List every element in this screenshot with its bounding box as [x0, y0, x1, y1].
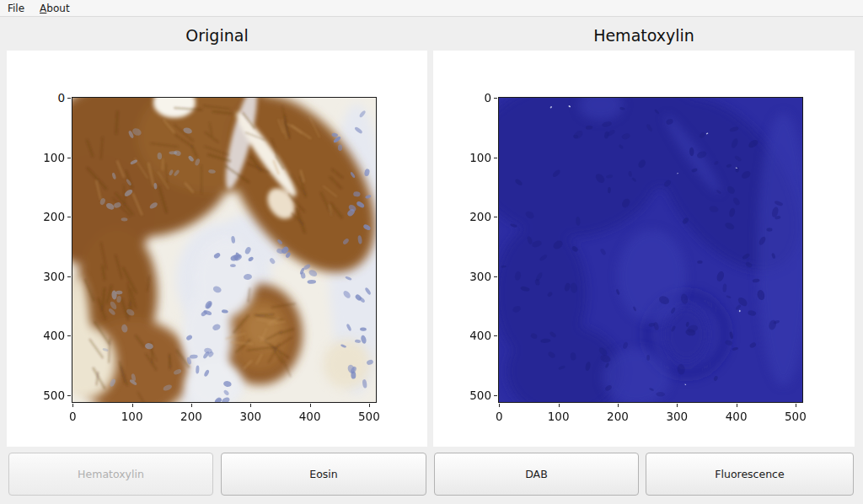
figure-canvas-original: 01002003004005000100200300400500	[7, 51, 427, 447]
y-tick	[67, 98, 71, 99]
y-tick: 100	[43, 151, 65, 164]
y-tick	[67, 395, 71, 396]
menu-file[interactable]: File	[0, 1, 32, 16]
y-tick	[494, 98, 497, 99]
y-tick	[494, 276, 497, 277]
hematoxylin-channel-image	[499, 98, 802, 402]
x-tick: 200	[180, 410, 202, 423]
y-tick: 400	[43, 329, 65, 342]
y-tick: 100	[469, 151, 491, 164]
y-tick: 300	[469, 270, 491, 283]
x-tick: 500	[358, 410, 380, 423]
y-tick	[494, 158, 497, 158]
y-tick	[494, 335, 497, 336]
dab-button[interactable]: DAB	[434, 453, 639, 496]
plot-original: 01002003004005000100200300400500	[72, 97, 377, 403]
y-tick: 300	[43, 270, 65, 283]
menu-about[interactable]: About	[32, 1, 78, 16]
menu-bar: File About	[0, 0, 863, 17]
x-tick: 100	[121, 410, 143, 423]
x-tick: 400	[726, 410, 748, 423]
x-tick: 100	[548, 410, 570, 423]
eosin-button[interactable]: Eosin	[221, 453, 426, 496]
x-tick: 500	[785, 410, 807, 423]
hematoxylin-button[interactable]: Hematoxylin	[8, 453, 213, 496]
panel-title-hematoxylin: Hematoxylin	[433, 24, 855, 46]
x-tick	[618, 404, 619, 407]
x-tick	[369, 404, 370, 407]
x-tick	[796, 404, 796, 407]
x-tick: 0	[69, 410, 77, 423]
x-tick: 400	[299, 410, 321, 423]
y-tick: 0	[484, 91, 491, 105]
app-window: File About Original Hematoxylin	[0, 0, 863, 504]
plot-hematoxylin: 01002003004005000100200300400500	[498, 97, 803, 403]
x-tick	[72, 404, 73, 407]
panel-title-original: Original	[7, 24, 427, 46]
x-tick	[310, 404, 311, 407]
y-tick: 200	[469, 210, 491, 223]
y-tick: 500	[469, 389, 491, 402]
y-tick: 400	[469, 329, 491, 342]
y-tick: 200	[43, 210, 65, 223]
x-tick: 200	[607, 410, 629, 423]
y-tick: 0	[57, 91, 65, 105]
fluorescence-button[interactable]: Fluorescence	[646, 453, 854, 496]
y-tick: 500	[43, 389, 65, 402]
x-tick	[499, 404, 500, 407]
x-tick: 300	[239, 410, 261, 423]
x-tick	[737, 404, 737, 407]
ihc-image	[72, 98, 376, 402]
y-tick	[494, 217, 497, 217]
x-tick	[677, 404, 678, 407]
y-tick	[67, 276, 71, 277]
y-tick	[67, 158, 71, 158]
y-tick	[67, 217, 71, 217]
x-tick: 300	[666, 410, 688, 423]
figure-canvas-hematoxylin: 01002003004005000100200300400500	[433, 51, 855, 447]
x-tick: 0	[496, 410, 503, 423]
x-tick	[191, 404, 192, 407]
x-tick	[559, 404, 560, 407]
x-tick	[250, 404, 251, 407]
y-tick	[494, 395, 497, 396]
x-tick	[132, 404, 133, 407]
y-tick	[67, 335, 71, 336]
